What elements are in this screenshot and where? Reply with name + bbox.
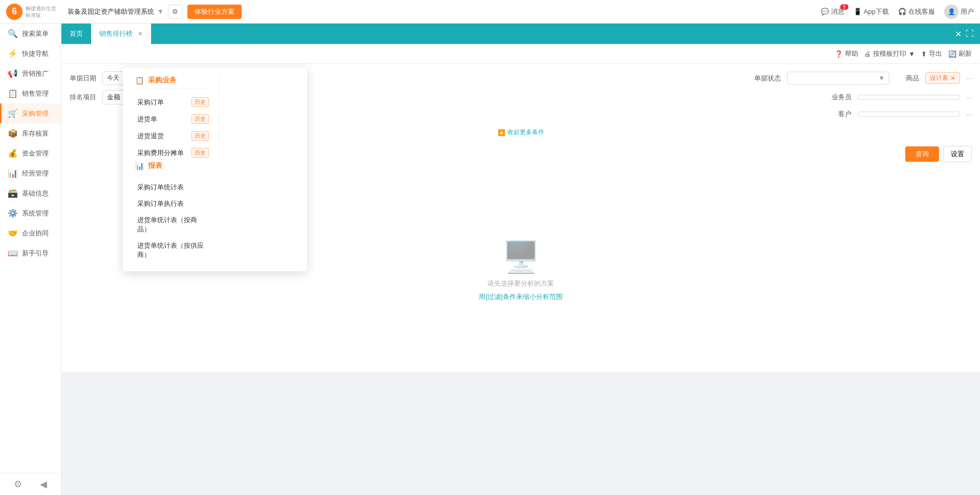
goods-tag-text: 设计素 bbox=[930, 74, 948, 82]
menu-item-purchase-order-exec[interactable]: 采购订单执行表 bbox=[135, 196, 211, 212]
customer-label: 客户 bbox=[838, 110, 851, 119]
sidebar-item-basic[interactable]: 🗃️基础信息 bbox=[0, 183, 61, 203]
title-dropdown-icon[interactable]: ▼ bbox=[157, 8, 164, 15]
maximize-icon[interactable]: ⛶ bbox=[966, 29, 974, 38]
tab-home-label: 首页 bbox=[70, 29, 83, 38]
menu-item-stock-by-supplier[interactable]: 进货单统计表（按供应商） bbox=[135, 238, 211, 263]
sidebar-icon-finance: 💰 bbox=[8, 148, 18, 158]
headset-icon: 🎧 bbox=[898, 8, 906, 15]
system-title: 装备及固定资产辅助管理系统 ▼ bbox=[68, 7, 164, 16]
sidebar-icon-quick: ⚡ bbox=[8, 49, 18, 58]
print-dropdown-icon[interactable]: ▼ bbox=[908, 50, 915, 58]
online-service-label: 在线客服 bbox=[908, 7, 935, 16]
refresh-button[interactable]: 🔄 刷新 bbox=[948, 49, 972, 58]
sidebar-item-sales[interactable]: 📋销售管理 bbox=[0, 83, 61, 103]
refresh-icon: 🔄 bbox=[948, 50, 956, 58]
sidebar-icon-guide: 📖 bbox=[8, 248, 18, 258]
goods-tag-close-icon[interactable]: ✕ bbox=[950, 75, 955, 82]
sidebar-label-system: 系统管理 bbox=[22, 209, 49, 218]
sidebar-item-operation[interactable]: 📊经营管理 bbox=[0, 163, 61, 183]
sidebar-item-search[interactable]: 🔍搜索菜单 bbox=[0, 24, 61, 44]
sidebar-item-guide[interactable]: 📖新手引导 bbox=[0, 243, 61, 263]
online-service-button[interactable]: 🎧 在线客服 bbox=[898, 7, 935, 16]
settings-button[interactable]: ⚙ bbox=[168, 5, 182, 19]
goods-ellipsis[interactable]: ··· bbox=[966, 74, 972, 82]
toolbar: ❓ 帮助 🖨 按模板打印 ▼ ⬆ 导出 🔄 bbox=[61, 44, 980, 64]
query-button[interactable]: 查询 bbox=[905, 146, 939, 162]
sidebar-item-inventory[interactable]: 📦库存核算 bbox=[0, 123, 61, 143]
date-filter-label: 单据日期 bbox=[70, 74, 96, 83]
doc-status-dropdown-icon: ▼ bbox=[878, 74, 885, 82]
sidebar-icon-inventory: 📦 bbox=[8, 128, 18, 138]
message-badge: 9 bbox=[840, 4, 848, 10]
sidebar-icon-enterprise: 🤝 bbox=[8, 228, 18, 238]
menu-item-purchase-expense[interactable]: 采购费用分摊单 历史 bbox=[135, 144, 211, 161]
sidebar-item-marketing[interactable]: 📢营销推广 bbox=[0, 63, 61, 83]
tab-maximize-area: ✕ ⛶ bbox=[955, 29, 980, 39]
tab-sales-ranking[interactable]: 销售排行榜 ✕ bbox=[91, 24, 151, 44]
logo-line1: 畅捷通好生意 bbox=[26, 5, 56, 12]
report-section-title: 📊 报表 bbox=[135, 161, 211, 174]
content-area: 首页 销售排行榜 ✕ ✕ ⛶ ❓ 帮助 bbox=[61, 24, 980, 495]
menu-item-purchase-order-stat[interactable]: 采购订单统计表 bbox=[135, 179, 211, 196]
menu-item-stock-return[interactable]: 进货退货 历史 bbox=[135, 127, 211, 144]
help-button[interactable]: ❓ 帮助 bbox=[835, 49, 858, 58]
sidebar-icon-marketing: 📢 bbox=[8, 69, 18, 78]
sidebar-label-marketing: 营销推广 bbox=[22, 69, 49, 78]
sidebar-item-finance[interactable]: 💰资金管理 bbox=[0, 143, 61, 163]
print-button[interactable]: 🖨 按模板打印 ▼ bbox=[864, 49, 915, 58]
date-btn-today[interactable]: 今天 bbox=[102, 71, 124, 85]
sidebar-item-purchase[interactable]: 🛒采购管理 bbox=[0, 103, 61, 123]
sidebar-label-inventory: 库存核算 bbox=[22, 129, 49, 138]
rank-label: 排名项目 bbox=[70, 93, 96, 102]
goods-tag[interactable]: 设计素 ✕ bbox=[925, 72, 960, 84]
logo-text: 畅捷通好生意 标准版 bbox=[26, 5, 56, 18]
sidebar-bottom: ⚙ ◀ bbox=[0, 473, 61, 495]
message-icon: 💬 bbox=[821, 8, 829, 15]
app-download-label: App下载 bbox=[864, 7, 889, 16]
collapse-icon: 🔼 bbox=[498, 129, 505, 136]
sidebar-item-quick[interactable]: ⚡快捷导航 bbox=[0, 44, 61, 63]
report-section: 📊 报表 采购订单统计表 采购订单执行表 进货单统计表（按商品） bbox=[131, 161, 215, 263]
user-label: 用户 bbox=[961, 7, 974, 16]
tab-close-icon[interactable]: ✕ bbox=[138, 30, 143, 37]
goods-filter-area: 设计素 ✕ bbox=[925, 72, 960, 84]
sidebar-label-purchase: 采购管理 bbox=[22, 109, 49, 118]
menu-item-stock-in[interactable]: 进货单 历史 bbox=[135, 111, 211, 127]
menu-item-stock-by-goods[interactable]: 进货单统计表（按商品） bbox=[135, 212, 211, 238]
sidebar-label-operation: 经营管理 bbox=[22, 169, 49, 178]
user-button[interactable]: 👤 用户 bbox=[944, 5, 974, 19]
app-download-button[interactable]: 📱 App下载 bbox=[854, 7, 889, 16]
industry-button[interactable]: 体验行业方案 bbox=[187, 5, 242, 19]
sidebar-label-sales: 销售管理 bbox=[22, 89, 49, 98]
sidebar-item-system[interactable]: ⚙️系统管理 bbox=[0, 203, 61, 223]
sidebar-label-search: 搜索菜单 bbox=[22, 29, 49, 38]
sidebar-item-enterprise[interactable]: 🤝企业协同 bbox=[0, 223, 61, 243]
customer-ellipsis[interactable]: ··· bbox=[966, 111, 972, 118]
rank-value: 金额 bbox=[107, 93, 120, 102]
salesperson-ellipsis[interactable]: ··· bbox=[966, 94, 972, 101]
tab-bar: 首页 销售排行榜 ✕ ✕ ⛶ bbox=[61, 24, 980, 44]
sidebar-settings-button[interactable]: ⚙ bbox=[14, 479, 22, 490]
dropdown-menu: 📋 采购业务 采购订单 历史 进货单 历史 进货退货 bbox=[123, 68, 307, 271]
purchase-icon: 📋 bbox=[135, 76, 144, 84]
tab-home[interactable]: 首页 bbox=[61, 24, 91, 44]
export-button[interactable]: ⬆ 导出 bbox=[921, 49, 942, 58]
help-icon: ❓ bbox=[835, 50, 843, 58]
close-window-icon[interactable]: ✕ bbox=[955, 29, 962, 39]
sidebar-collapse-button[interactable]: ◀ bbox=[40, 479, 47, 490]
doc-status-select[interactable]: ▼ bbox=[787, 72, 889, 84]
message-button[interactable]: 💬 消息 9 bbox=[821, 7, 844, 16]
mobile-icon: 📱 bbox=[854, 8, 862, 15]
setting-button[interactable]: 设置 bbox=[943, 146, 972, 162]
tab-sales-ranking-label: 销售排行榜 bbox=[99, 29, 133, 38]
empty-hint-1: 请先选择要分析的方案 bbox=[487, 279, 554, 288]
top-right-area: 💬 消息 9 📱 App下载 🎧 在线客服 👤 用户 bbox=[821, 5, 974, 19]
salesperson-label: 业务员 bbox=[832, 93, 851, 102]
sidebar-icon-sales: 📋 bbox=[8, 89, 18, 98]
logo-area: 6 畅捷通好生意 标准版 bbox=[6, 4, 62, 20]
top-bar: 6 畅捷通好生意 标准版 装备及固定资产辅助管理系统 ▼ ⚙ 体验行业方案 💬 … bbox=[0, 0, 980, 24]
menu-item-purchase-order[interactable]: 采购订单 历史 bbox=[135, 94, 211, 111]
customer-select[interactable] bbox=[858, 112, 960, 117]
salesperson-select[interactable] bbox=[858, 95, 960, 100]
